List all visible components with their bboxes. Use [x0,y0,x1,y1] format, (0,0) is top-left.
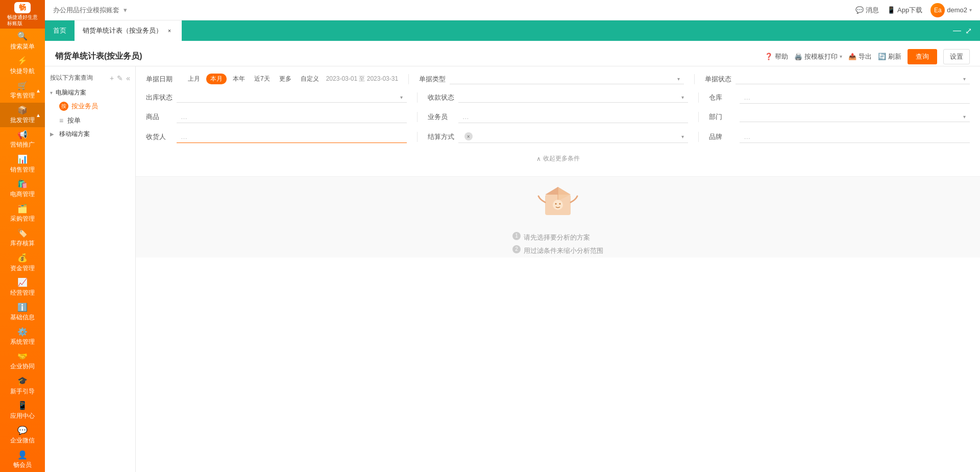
print-icon: 🖨️ [794,53,802,60]
collapse-panel-icon[interactable]: « [126,74,130,82]
sidebar-item-retail[interactable]: 🛒 零售管理 ▲ [0,78,45,102]
brand-input[interactable]: … [740,131,970,143]
tab-expand-area: — ⤢ [953,26,980,36]
sidebar-item-finance[interactable]: 💰 资金管理 [0,250,45,275]
salesperson-label: 按业务员 [71,102,98,111]
divider-4 [698,92,699,103]
payment-status-input[interactable]: ▾ [458,92,689,103]
date-btn-thisyear[interactable]: 本年 [230,74,248,84]
date-btn-thismonth[interactable]: 本月 [206,74,227,84]
date-btn-more[interactable]: 更多 [276,74,295,84]
app-download-button[interactable]: 📱 App下载 [887,6,922,15]
department-input[interactable]: ▾ [740,112,970,122]
add-scheme-icon[interactable]: + [110,74,114,82]
export-button[interactable]: 📤 导出 [848,52,872,61]
product-input[interactable]: … [177,111,407,123]
receiver-input[interactable]: … [177,131,407,143]
retail-arrow-icon: ▲ [36,87,41,93]
tree-item-salesperson[interactable]: 按 按业务员 [59,99,135,113]
sidebar-item-member[interactable]: 👤 畅会员 [0,447,45,472]
user-menu[interactable]: Ea demo2 ▾ [930,3,972,17]
settlement-clear-button[interactable]: × [464,132,473,140]
sidebar-item-wholesale[interactable]: 📦 批发管理 ▲ [0,103,45,127]
receiver-label: 收货人 [146,132,177,141]
salesperson-dot: 按 [59,102,68,111]
doc-status-filter: 单据状态 ▾ [705,74,970,84]
doc-type-input[interactable]: ▾ [450,74,684,84]
sidebar-item-marketing[interactable]: 📢 营销推广 [0,127,45,152]
doc-type-caret-icon: ▾ [677,76,680,82]
sidebar-label-member: 畅会员 [13,461,32,469]
warehouse-dots: … [744,93,751,101]
divider-5 [417,112,418,122]
tip-1: 1 请先选择要分析的方案 [512,231,603,244]
logo-icon: 畅 [14,2,31,13]
sidebar-item-sales[interactable]: 📊 销售管理 [0,152,45,176]
main-area: 办公用品行业模拟账套 ▾ 💬 消息 📱 App下载 Ea demo2 ▾ 首页 … [45,0,980,472]
sidebar-item-system[interactable]: ⚙️ 系统管理 [0,324,45,349]
tree-group-mobile[interactable]: ▶ 移动端方案 [45,128,135,140]
tab-expand-icon[interactable]: ⤢ [965,26,972,36]
sidebar-item-ecommerce[interactable]: 🛍️ 电商管理 [0,176,45,201]
sidebar-item-newbie[interactable]: 🎓 新手引导 [0,373,45,398]
tab-salesperson-report[interactable]: 销货单统计表（按业务员） × [75,20,182,41]
tree-child-salesperson: 按 按业务员 [45,99,135,113]
topbar-dropdown-icon[interactable]: ▾ [124,6,127,14]
order-label: 按单 [67,116,81,125]
divider-8 [698,132,699,142]
sidebar-label-inventory: 库存核算 [10,239,35,248]
collapse-up-icon: ∧ [536,155,541,162]
sidebar-item-wechat[interactable]: 💬 企业微信 [0,423,45,447]
doc-status-input[interactable]: ▾ [736,74,970,84]
divider-7 [417,132,418,142]
sidebar-label-finance: 资金管理 [10,264,35,273]
sidebar-item-enterprise[interactable]: 🤝 企业协同 [0,349,45,373]
edit-scheme-icon[interactable]: ✎ [117,74,123,82]
warehouse-input[interactable]: … [740,91,970,104]
sidebar-item-operation[interactable]: 📈 经营管理 [0,275,45,299]
logo-text: 畅捷通好生意 标账版 [7,14,38,27]
ecommerce-icon: 🛍️ [17,179,28,189]
sales-icon: 📊 [17,154,28,164]
stock-status-input[interactable]: ▾ [177,92,407,103]
operation-icon: 📈 [17,277,28,288]
tab-close-button[interactable]: × [165,27,174,35]
date-filter-buttons: 上月 本月 本年 近7天 更多 自定义 [185,74,322,84]
date-btn-lastmonth[interactable]: 上月 [185,74,203,84]
collapse-filters-button[interactable]: ∧ 收起更多条件 [146,150,970,169]
product-filter: 商品 … [146,111,407,123]
query-button[interactable]: 查询 [908,49,937,64]
date-btn-custom[interactable]: 自定义 [298,74,322,84]
salesperson-input[interactable]: … [458,111,689,123]
sidebar-label-marketing: 营销推广 [10,140,35,149]
sidebar-label-sales: 销售管理 [10,166,35,174]
settlement-input[interactable]: × ▾ [458,130,689,143]
sidebar-item-quicknav[interactable]: ⚡ 快捷导航 [0,53,45,78]
panel-title: 按以下方案查询 [50,74,93,82]
tree-group-mobile-label: 移动端方案 [59,130,90,138]
enterprise-icon: 🤝 [17,351,28,361]
print-button[interactable]: 🖨️ 按模板打印 ▾ [794,52,842,61]
settings-button[interactable]: 设置 [943,49,970,64]
avatar: Ea [930,3,945,17]
date-btn-7days[interactable]: 近7天 [251,74,273,84]
department-label: 部门 [709,112,740,122]
empty-state: 1 请先选择要分析的方案 2 用过滤条件来缩小分析范围 [136,177,980,257]
product-dots: … [181,113,188,121]
help-button[interactable]: ❓ 帮助 [765,52,788,61]
filter-row-2: 出库状态 ▾ 收款状态 ▾ [146,91,970,104]
tree-group-pc[interactable]: ▾ 电脑端方案 [45,86,135,99]
message-button[interactable]: 💬 消息 [855,6,879,15]
sidebar-item-purchase[interactable]: 🗂️ 采购管理 [0,201,45,226]
sidebar-item-search[interactable]: 🔍 搜索菜单 [0,29,45,53]
empty-tips: 1 请先选择要分析的方案 2 用过滤条件来缩小分析范围 [512,231,603,257]
sidebar-item-apps[interactable]: 📱 应用中心 [0,398,45,422]
sidebar-item-basic[interactable]: ℹ️ 基础信息 [0,299,45,324]
sidebar-item-inventory[interactable]: 🏷️ 库存核算 [0,226,45,250]
tree-item-order[interactable]: ≡ 按单 [59,113,135,128]
tab-minimize-icon[interactable]: — [953,26,961,36]
topbar-left: 办公用品行业模拟账套 ▾ [53,6,127,15]
refresh-button[interactable]: 🔄 刷新 [878,52,901,61]
tab-home[interactable]: 首页 [45,20,75,41]
tree-group-pc-label: 电脑端方案 [56,88,86,97]
